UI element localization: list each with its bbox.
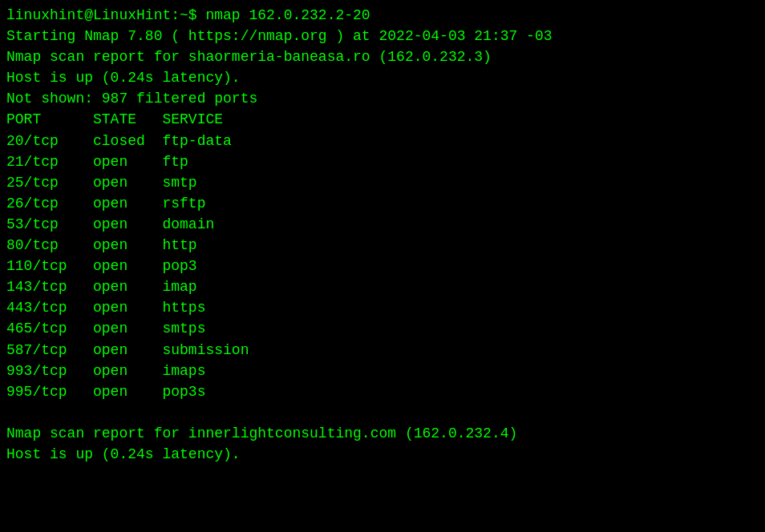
terminal-window: linuxhint@LinuxHint:~$ nmap 162.0.232.2-… bbox=[6, 5, 759, 465]
terminal-line: 26/tcp open rsftp bbox=[6, 193, 759, 214]
terminal-line bbox=[6, 402, 759, 423]
terminal-line: Starting Nmap 7.80 ( https://nmap.org ) … bbox=[6, 26, 759, 46]
terminal-line: Not shown: 987 filtered ports bbox=[6, 88, 759, 109]
terminal-line: Nmap scan report for shaormeria-baneasa.… bbox=[6, 46, 759, 67]
terminal-line: 587/tcp open submission bbox=[6, 340, 759, 361]
terminal-line: Nmap scan report for innerlightconsultin… bbox=[6, 423, 759, 444]
terminal-line: PORT STATE SERVICE bbox=[6, 109, 759, 130]
terminal-line: 443/tcp open https bbox=[6, 297, 759, 318]
terminal-line: 25/tcp open smtp bbox=[6, 172, 759, 193]
terminal-line: 995/tcp open pop3s bbox=[6, 381, 759, 402]
terminal-line: 993/tcp open imaps bbox=[6, 361, 759, 381]
terminal-line: Host is up (0.24s latency). bbox=[6, 67, 759, 88]
terminal-line: Host is up (0.24s latency). bbox=[6, 444, 759, 465]
terminal-line: 143/tcp open imap bbox=[6, 276, 759, 297]
terminal-output: Starting Nmap 7.80 ( https://nmap.org ) … bbox=[6, 26, 759, 465]
terminal-line: 80/tcp open http bbox=[6, 235, 759, 256]
terminal-line: 21/tcp open ftp bbox=[6, 151, 759, 172]
prompt-line: linuxhint@LinuxHint:~$ nmap 162.0.232.2-… bbox=[6, 5, 759, 26]
terminal-line: 53/tcp open domain bbox=[6, 214, 759, 235]
terminal-line: 465/tcp open smtps bbox=[6, 318, 759, 339]
terminal-line: 110/tcp open pop3 bbox=[6, 256, 759, 276]
terminal-line: 20/tcp closed ftp-data bbox=[6, 131, 759, 151]
